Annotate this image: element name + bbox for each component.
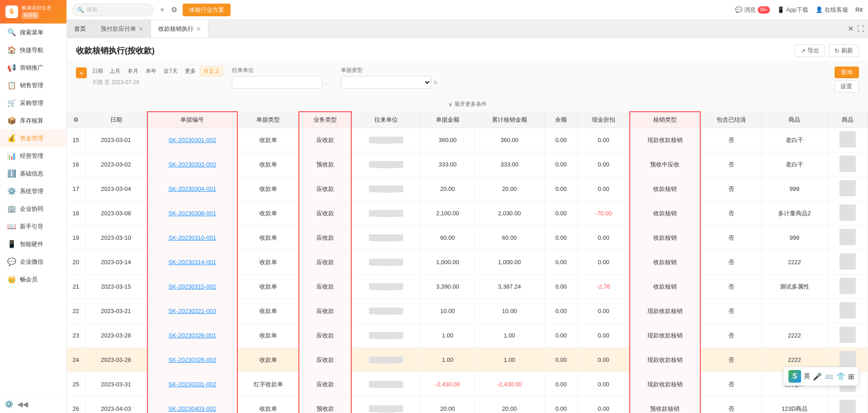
th-settings[interactable]: ⚙ [67, 112, 85, 128]
tab-prepayment[interactable]: 预付款应付单 ✕ [94, 20, 151, 38]
sidebar-item-label: 快捷导航 [20, 46, 43, 54]
partner-input[interactable] [232, 76, 322, 89]
doc-no-link[interactable]: SK-20230315-002 [169, 283, 217, 290]
tab-verify[interactable]: 收款核销执行 ✕ [151, 20, 208, 38]
cell-cash-discount: 0.00 [578, 323, 630, 348]
table-row[interactable]: 21 2023-03-15 SK-20230315-002 收款单 应收款 ██… [67, 275, 868, 299]
table-row[interactable]: 17 2023-03-04 SK-20230304-001 收款单 应收款 ██… [67, 177, 868, 201]
app-download-item[interactable]: 📱 App下载 [777, 6, 808, 14]
sidebar-item-basic-info[interactable]: ℹ️ 基础信息 [0, 165, 66, 182]
doc-no-link[interactable]: SK-20230310-001 [169, 234, 217, 241]
filter-bar: » 日期 上月 本月 本年 近7天 更多 自定义 不限 至 [67, 62, 868, 98]
doc-no-link[interactable]: SK-20230328-001 [169, 332, 217, 339]
table-row[interactable]: 18 2023-03-08 SK-20230308-001 收款单 应收款 ██… [67, 201, 868, 226]
doc-no-link[interactable]: SK-20230301-002 [169, 137, 217, 143]
refresh-button[interactable]: ↻ 刷新 [829, 44, 859, 57]
sidebar-item-guide[interactable]: 📖 新手引导 [0, 218, 66, 235]
tab-expand-icon[interactable]: ⛶ [857, 25, 864, 33]
date-7days[interactable]: 近7天 [161, 66, 180, 76]
sidebar-item-operations[interactable]: 📊 经营管理 [0, 147, 66, 165]
export-button[interactable]: ↗ 导出 [795, 44, 825, 57]
query-button[interactable]: 查询 [835, 66, 859, 78]
expand-more-button[interactable]: ∨ 展开更多条件 [448, 100, 487, 108]
cell-verify-type: 收款核销 [630, 275, 700, 299]
cell-biz-type: 应收款 [299, 128, 351, 152]
tab-prepayment-close[interactable]: ✕ [139, 26, 143, 32]
cell-date: 2023-03-15 [85, 275, 147, 299]
page-content: 收款核销执行(按收款) ↗ 导出 ↻ 刷新 » 日期 [67, 38, 868, 413]
settings-bottom-icon[interactable]: ⚙️ [5, 400, 14, 408]
table-row[interactable]: 25 2023-03-31 SK-20230331-002 红字收款单 应收款 … [67, 372, 868, 397]
date-custom[interactable]: 自定义 [200, 66, 223, 76]
partner-dots[interactable]: ... [324, 79, 332, 86]
doc-no-link[interactable]: SK-20230314-001 [169, 259, 217, 266]
tab-home[interactable]: 首页 [67, 20, 94, 38]
online-service-item[interactable]: 👤 在线客服 [816, 6, 848, 14]
cell-doc-type: 收款单 [237, 226, 299, 250]
dropdown-arrow-icon[interactable]: ▼ [159, 6, 165, 14]
tab-verify-label: 收款核销执行 [158, 25, 193, 33]
search-placeholder: 搜索 [87, 6, 98, 14]
doc-no-link[interactable]: SK-20230331-002 [169, 381, 217, 388]
tab-close-all-icon[interactable]: ✕ [848, 24, 854, 33]
settings-filter-button[interactable]: 设置 [835, 80, 859, 93]
sidebar-item-purchase[interactable]: 🛒 采购管理 [0, 94, 66, 112]
cell-verify-type: 现款收款核销 [630, 372, 700, 397]
doctype-clear-icon[interactable]: ✕ [433, 79, 438, 86]
doc-no-link[interactable]: SK-20230328-002 [169, 356, 217, 363]
filter-date-field: 日期 上月 本月 本年 近7天 更多 自定义 不限 至 2023-07-26 [92, 66, 223, 86]
table-row[interactable]: 19 2023-03-10 SK-20230310-001 收款单 应收款 ██… [67, 226, 868, 250]
doctype-select[interactable] [341, 76, 431, 89]
sidebar-item-inventory[interactable]: 📦 库存核算 [0, 112, 66, 129]
sidebar-item-member[interactable]: 👑 畅会员 [0, 271, 66, 288]
sidebar-item-enterprise-wx[interactable]: 💬 企业微信 [0, 253, 66, 271]
cell-biz-type: 应收款 [299, 201, 351, 226]
hardware-icon: 📱 [7, 240, 16, 248]
sidebar-item-enterprise[interactable]: 🏢 企业协同 [0, 200, 66, 218]
sidebar-item-search-menu[interactable]: 🔍 搜索菜单 [0, 24, 66, 41]
sidebar-item-marketing[interactable]: 📢 营销推广 [0, 59, 66, 76]
member-icon: 👑 [7, 275, 16, 284]
filter-toggle-button[interactable]: » [76, 67, 87, 78]
app-icon: 📱 [777, 6, 784, 13]
cell-goods: 多计量商品2 [761, 201, 827, 226]
sidebar-item-system[interactable]: ⚙️ 系统管理 [0, 182, 66, 200]
sidebar-item-smart-hw[interactable]: 📱 智能硬件 [0, 235, 66, 253]
solution-button[interactable]: 体验行业方案 [183, 4, 231, 16]
date-this-month[interactable]: 本月 [125, 66, 141, 76]
table-row[interactable]: 23 2023-03-28 SK-20230328-001 收款单 应收款 ██… [67, 323, 868, 348]
table-container[interactable]: ⚙ 日期 单据编号 单据类型 业务类型 往来单位 单据金额 累计核销金额 余额 … [67, 111, 868, 413]
table-row[interactable]: 20 2023-03-14 SK-20230314-001 收款单 应收款 ██… [67, 250, 868, 275]
sidebar-item-finance[interactable]: 💰 资金管理 [0, 129, 66, 147]
doc-no-link[interactable]: SK-20230302-002 [169, 161, 217, 168]
table-row[interactable]: 26 2023-04-03 SK-20230403-002 收款单 预收款 ██… [67, 397, 868, 413]
top-search-box[interactable]: 🔍 搜索 [72, 4, 154, 16]
table-row[interactable]: 22 2023-03-21 SK-20230321-003 收款单 应收款 ██… [67, 299, 868, 323]
collapse-icon[interactable]: ◀◀ [17, 400, 28, 408]
sidebar-item-quick-nav[interactable]: 🏠 快捷导航 [0, 41, 66, 59]
doc-no-link[interactable]: SK-20230403-002 [169, 405, 217, 412]
date-last-month[interactable]: 上月 [107, 66, 123, 76]
system-icon: ⚙️ [7, 187, 16, 195]
sidebar-item-label: 采购管理 [20, 99, 43, 107]
app-download-label: App下载 [786, 6, 808, 14]
doc-no-link[interactable]: SK-20230304-001 [169, 185, 217, 192]
date-this-year[interactable]: 本年 [143, 66, 159, 76]
table-row[interactable]: 16 2023-03-02 SK-20230302-002 收款单 预收款 ██… [67, 152, 868, 177]
sidebar-item-sales[interactable]: 📋 销售管理 [0, 76, 66, 94]
tab-verify-close[interactable]: ✕ [196, 26, 201, 32]
watermark-mic-icon: 🎤 [813, 372, 822, 381]
cell-no: 25 [67, 372, 85, 397]
th-doc-type: 单据类型 [237, 112, 299, 128]
doc-no-link[interactable]: SK-20230308-001 [169, 210, 217, 217]
table-row[interactable]: 15 2023-03-01 SK-20230301-002 收款单 应收款 ██… [67, 128, 868, 152]
cell-goods2 [827, 397, 868, 413]
message-item[interactable]: 💬 消息 99+ [735, 6, 770, 14]
cell-goods2 [827, 201, 868, 226]
cell-cash-discount: 0.00 [578, 299, 630, 323]
cell-partner: ████ [351, 275, 421, 299]
gear-icon[interactable]: ⚙ [171, 5, 177, 14]
date-more[interactable]: 更多 [182, 66, 198, 76]
table-row[interactable]: 24 2023-03-28 SK-20230328-002 收款单 应收款 ██… [67, 348, 868, 372]
doc-no-link[interactable]: SK-20230321-003 [169, 308, 217, 314]
